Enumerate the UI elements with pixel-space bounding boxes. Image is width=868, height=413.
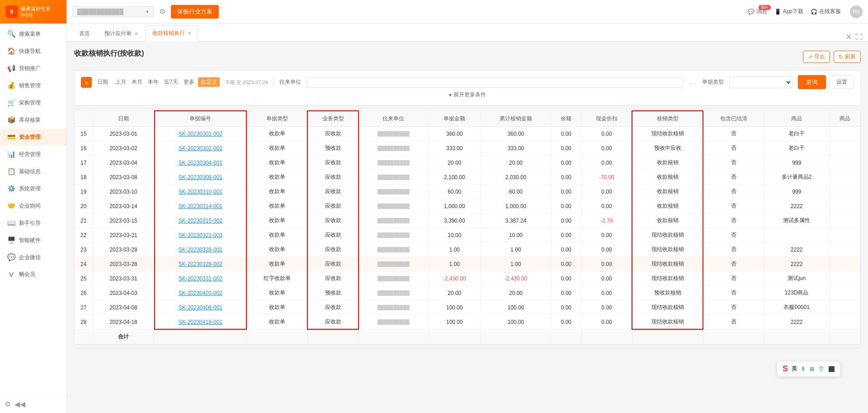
tab-label-collection: 收款核销执行 — [152, 29, 185, 37]
cell-8-2[interactable]: SK-20230328-001 — [155, 242, 246, 257]
sidebar-item-quick-nav[interactable]: 🏠 快捷导航 — [0, 43, 66, 60]
sidebar-item-vip[interactable]: V 畅会员 — [0, 266, 66, 283]
sidebar-item-purchase[interactable]: 🛒 采购管理 — [0, 94, 66, 111]
cell-3-2[interactable]: SK-20230308-001 — [155, 170, 246, 185]
cell-5-2[interactable]: SK-20230314-001 — [155, 199, 246, 214]
tab-close-prepay[interactable]: ✕ — [134, 31, 138, 36]
footer-cell-4 — [307, 329, 359, 344]
refresh-button[interactable]: ↻ 刷新 — [834, 51, 861, 63]
cell-6-2[interactable]: SK-20230315-002 — [155, 214, 246, 228]
cell-0-6: 360.00 — [428, 127, 481, 141]
cell-8-9: 0.00 — [581, 242, 632, 257]
cell-10-2[interactable]: SK-20230331-002 — [155, 271, 246, 286]
table-row: 262023-04-03SK-20230403-002收款单预收款███████… — [75, 286, 860, 300]
cell-8-4: 应收款 — [307, 242, 359, 257]
footer-cell-12 — [764, 329, 829, 344]
tab-expand-icon[interactable]: ⛶ — [855, 33, 863, 41]
cell-9-12: 2222 — [764, 257, 829, 271]
tab-collection[interactable]: 收款核销执行✕ — [146, 25, 198, 42]
cell-11-9: 0.00 — [581, 286, 632, 300]
col-header-1: 日期 — [93, 111, 155, 127]
cell-2-2[interactable]: SK-20230304-001 — [155, 156, 246, 170]
cell-7-0: 22 — [75, 228, 93, 242]
avatar[interactable]: Rit — [850, 5, 863, 18]
cell-0-1: 2023-03-01 — [93, 127, 155, 141]
workspace-selector[interactable]: ████████████ ▾ — [72, 6, 154, 17]
workspace-chevron[interactable]: ▾ — [146, 9, 149, 15]
tab-close-collection[interactable]: ✕ — [188, 31, 191, 36]
sidebar-item-sales[interactable]: 💰 销售管理 — [0, 77, 66, 94]
cell-2-10: 收款核销 — [632, 156, 703, 170]
sidebar-item-hardware[interactable]: 🖥️ 智能硬件 — [0, 232, 66, 249]
gear-icon[interactable]: ⚙ — [159, 7, 165, 16]
cell-11-12: 123D商品 — [764, 286, 829, 300]
expand-label: 展开更多条件 — [453, 91, 486, 99]
cell-13-2[interactable]: SK-20230418-001 — [155, 315, 246, 330]
filter-setting-button[interactable]: 设置 — [830, 75, 854, 89]
main-area: ████████████ ▾ ⚙ 体验行业方案 💬 消息 99+ 📱 App下载… — [67, 0, 868, 413]
cell-7-7: 10.00 — [481, 228, 551, 242]
sidebar-item-corp[interactable]: 🤝 企业协同 — [0, 197, 66, 214]
filter-expand-arrow[interactable]: » — [81, 77, 92, 88]
table-scroll[interactable]: 日期单据编号单据类型业务类型往来单位单据金额累计核销金额余额现金折扣核销类型包含… — [75, 110, 860, 344]
cell-9-5: ██████████ — [359, 257, 428, 271]
date-custom[interactable]: 自定义 — [198, 77, 220, 87]
cell-4-9: 0.00 — [581, 185, 632, 199]
cell-7-2[interactable]: SK-20230321-003 — [155, 228, 246, 242]
query-button[interactable]: 查询 — [798, 75, 826, 89]
logo-badge: 标推版 — [21, 12, 51, 18]
cell-8-8: 0.00 — [551, 242, 582, 257]
cell-0-0: 15 — [75, 127, 93, 141]
date-this-year[interactable]: 本年 — [146, 77, 160, 87]
watermark-overlay: S 英 🎙 ⊞ 👕 ⬛ — [777, 361, 841, 377]
date-7-days[interactable]: 近7天 — [162, 77, 180, 87]
sidebar-item-marketing[interactable]: 📢 营销推广 — [0, 60, 66, 77]
cell-5-7: 1,000.00 — [481, 199, 551, 214]
app-download-button[interactable]: 📱 App下载 — [774, 8, 803, 15]
grid-icon: ⊞ — [810, 366, 814, 372]
cell-11-2[interactable]: SK-20230403-002 — [155, 286, 246, 300]
sidebar-item-guide[interactable]: 📖 新手引导 — [0, 214, 66, 232]
footer-cell-11 — [703, 329, 764, 344]
filter-more-dots[interactable]: ... — [689, 79, 697, 85]
cell-1-2[interactable]: SK-20230302-002 — [155, 141, 246, 156]
sidebar-item-system[interactable]: ⚙️ 系统管理 — [0, 180, 66, 197]
cell-12-12: 衣服00001 — [764, 300, 829, 315]
cell-10-4: 应收款 — [307, 271, 359, 286]
filter-expand-bar[interactable]: ▾ 展开更多条件 — [81, 89, 854, 100]
solution-button[interactable]: 体验行业方案 — [171, 5, 219, 19]
cell-1-12: 老白干 — [764, 141, 829, 156]
cell-3-1: 2023-03-08 — [93, 170, 155, 185]
sidebar-item-base[interactable]: 📋 基础信息 — [0, 163, 66, 180]
sidebar-item-wechat[interactable]: 💬 企业微信 — [0, 249, 66, 266]
sidebar-item-inventory[interactable]: 📦 库存核算 — [0, 111, 66, 128]
cell-0-2[interactable]: SK-20230301-002 — [155, 127, 246, 141]
cell-10-11: 否 — [703, 271, 764, 286]
cell-9-2[interactable]: SK-20230328-002 — [155, 257, 246, 271]
cell-0-10: 现结收款核销 — [632, 127, 703, 141]
message-button[interactable]: 💬 消息 99+ — [748, 8, 767, 15]
settings-icon[interactable]: ⚙ — [5, 400, 11, 408]
collapse-icon[interactable]: ◀◀ — [14, 400, 25, 408]
cell-4-2[interactable]: SK-20230310-001 — [155, 185, 246, 199]
date-this-month[interactable]: 本月 — [130, 77, 144, 87]
cell-6-6: 3,390.00 — [428, 214, 481, 228]
tab-close-all-icon[interactable]: ✕ — [846, 33, 852, 41]
footer-cell-8 — [551, 329, 582, 344]
cell-10-12: 测试jun — [764, 271, 829, 286]
date-more[interactable]: 更多 — [182, 77, 196, 87]
tab-prepay[interactable]: 预计应付单✕ — [98, 26, 145, 41]
tab-home[interactable]: 首页 — [72, 26, 97, 41]
date-last-month[interactable]: 上月 — [113, 77, 128, 87]
sidebar-item-finance[interactable]: 💳 资金管理 — [0, 128, 66, 146]
sidebar-item-search[interactable]: 🔍 搜索菜单 — [0, 25, 66, 43]
doc-type-select[interactable] — [729, 76, 793, 88]
date-filter-label: 日期 — [97, 78, 108, 86]
sidebar-item-ops[interactable]: 📊 经营管理 — [0, 146, 66, 163]
page-title-actions: ↗ 导出 ↻ 刷新 — [803, 51, 861, 63]
export-button[interactable]: ↗ 导出 — [803, 51, 830, 63]
cell-6-8: 0.00 — [551, 214, 582, 228]
cell-12-2[interactable]: SK-20230408-001 — [155, 300, 246, 315]
unit-filter-input[interactable] — [307, 77, 684, 88]
online-service-button[interactable]: 🎧 在线客服 — [811, 8, 841, 15]
